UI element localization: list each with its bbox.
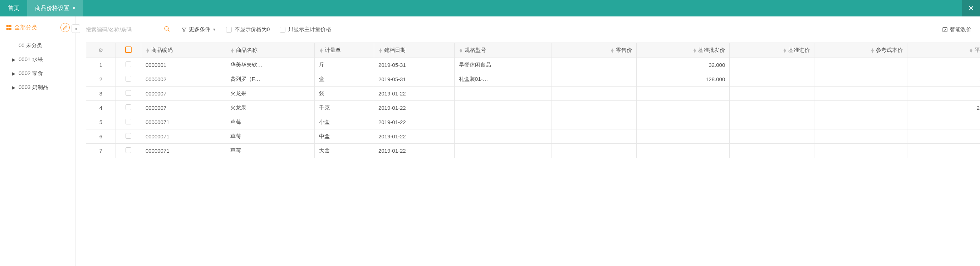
cell-refcost[interactable]	[815, 129, 907, 144]
cell-retail[interactable]	[552, 115, 636, 129]
tree-item-label: 0002 零食	[19, 70, 43, 77]
tree-item-uncategorized[interactable]: 00 未分类	[4, 38, 71, 53]
cell-wholesale[interactable]: 32.000	[636, 58, 729, 72]
app-root: 首页 商品价格设置 × ✕ 全部分类 « 00 未	[0, 0, 980, 266]
cell-avgcost[interactable]: 14.929	[907, 58, 980, 72]
cell-wholesale[interactable]	[636, 86, 729, 101]
table-row[interactable]: 20000002费列罗（F…盒2019-05-31礼盒装01-…128.0003…	[86, 72, 980, 86]
tab-price-settings[interactable]: 商品价格设置 ×	[27, 0, 83, 16]
tree-item-snack[interactable]: ▶ 0002 零食	[4, 67, 71, 80]
col-retail[interactable]: ▲▼零售价	[552, 43, 636, 58]
table-row[interactable]: 40000007火龙果千克2019-01-22200.000	[86, 101, 980, 115]
cell-purchase[interactable]	[730, 72, 815, 86]
edit-categories-button[interactable]	[60, 23, 70, 32]
cell-spec	[454, 129, 552, 144]
cell-avgcost[interactable]	[907, 86, 980, 101]
cell-purchase[interactable]	[730, 115, 815, 129]
checkbox-icon	[126, 76, 131, 81]
cell-refcost[interactable]	[815, 101, 907, 115]
caret-right-icon: ▶	[12, 85, 16, 90]
sidebar-all-categories[interactable]: 全部分类	[0, 23, 75, 38]
sidebar: 全部分类 « 00 未分类 ▶ 0001 水果 ▶ 000	[0, 16, 76, 266]
col-avgcost[interactable]: ▲▼平均成本	[907, 43, 980, 58]
col-wholesale[interactable]: ▲▼基准批发价	[636, 43, 729, 58]
cell-purchase[interactable]	[730, 144, 815, 158]
row-checkbox[interactable]	[116, 86, 141, 101]
col-date[interactable]: ▲▼建档日期	[374, 43, 454, 58]
only-main-checkbox[interactable]: 只显示主计量价格	[280, 26, 331, 33]
table-row[interactable]: 700000071草莓大盒2019-01-22	[86, 144, 980, 158]
col-settings[interactable]: ⚙	[86, 43, 116, 58]
cell-name: 火龙果	[226, 86, 315, 101]
row-checkbox[interactable]	[116, 115, 141, 129]
hide-zero-checkbox[interactable]: 不显示价格为0	[226, 26, 270, 33]
smart-price-button[interactable]: 智能改价	[939, 24, 975, 35]
cell-avgcost[interactable]	[907, 115, 980, 129]
tree-item-fruit[interactable]: ▶ 0001 水果	[4, 53, 71, 67]
cell-purchase[interactable]	[730, 101, 815, 115]
col-select-all[interactable]	[116, 43, 141, 58]
svg-rect-2	[943, 27, 947, 32]
cell-avgcost[interactable]	[907, 144, 980, 158]
checkbox-icon	[126, 104, 131, 110]
cell-retail[interactable]	[552, 86, 636, 101]
col-label: 基准批发价	[698, 47, 725, 53]
col-code[interactable]: ▲▼商品编码	[141, 43, 226, 58]
cell-retail[interactable]	[552, 101, 636, 115]
close-icon[interactable]: ×	[72, 5, 75, 11]
sort-icon: ▲▼	[230, 48, 235, 53]
sidebar-all-label: 全部分类	[14, 24, 37, 32]
cell-retail[interactable]	[552, 58, 636, 72]
cell-purchase[interactable]	[730, 86, 815, 101]
table-row[interactable]: 10000001华美华夫软…斤2019-05-31早餐休闲食品32.00014.…	[86, 58, 980, 72]
cell-avgcost[interactable]: 31.586	[907, 72, 980, 86]
table-head: ⚙ ▲▼商品编码 ▲▼商品名称 ▲▼计量单 ▲▼建档日期 ▲▼规格型号 ▲▼零售…	[86, 43, 980, 58]
col-name[interactable]: ▲▼商品名称	[226, 43, 315, 58]
cell-code: 00000071	[141, 144, 226, 158]
col-label: 基准进价	[788, 47, 810, 53]
search-icon[interactable]	[164, 26, 170, 34]
row-checkbox[interactable]	[116, 129, 141, 144]
cell-wholesale[interactable]	[636, 115, 729, 129]
cell-wholesale[interactable]	[636, 129, 729, 144]
cell-refcost[interactable]	[815, 72, 907, 86]
col-spec[interactable]: ▲▼规格型号	[454, 43, 552, 58]
tree-item-dairy[interactable]: ▶ 0003 奶制品	[4, 80, 71, 94]
table-row[interactable]: 600000071草莓中盒2019-01-22	[86, 129, 980, 144]
col-unit[interactable]: ▲▼计量单	[315, 43, 374, 58]
cell-retail[interactable]	[552, 144, 636, 158]
row-checkbox[interactable]	[116, 101, 141, 115]
cell-retail[interactable]	[552, 129, 636, 144]
cell-purchase[interactable]	[730, 58, 815, 72]
table-row[interactable]: 30000007火龙果袋2019-01-22	[86, 86, 980, 101]
cell-wholesale[interactable]	[636, 144, 729, 158]
cell-refcost[interactable]	[815, 115, 907, 129]
col-label: 计量单	[325, 47, 341, 53]
sort-icon: ▲▼	[146, 48, 150, 53]
row-checkbox[interactable]	[116, 144, 141, 158]
tab-home[interactable]: 首页	[0, 0, 27, 16]
cell-avgcost[interactable]: 200.000	[907, 101, 980, 115]
col-purchase[interactable]: ▲▼基准进价	[730, 43, 815, 58]
main: 更多条件 ▼ 不显示价格为0 只显示主计量价格 智能改价	[76, 16, 980, 266]
col-refcost[interactable]: ▲▼参考成本价	[815, 43, 907, 58]
table-row[interactable]: 500000071草莓小盒2019-01-22	[86, 115, 980, 129]
sort-icon: ▲▼	[379, 48, 383, 53]
search-input[interactable]	[86, 24, 172, 36]
cell-code: 0000001	[141, 58, 226, 72]
only-main-label: 只显示主计量价格	[288, 26, 331, 33]
more-conditions-button[interactable]: 更多条件 ▼	[182, 26, 216, 33]
cell-refcost[interactable]	[815, 58, 907, 72]
row-checkbox[interactable]	[116, 58, 141, 72]
global-close-button[interactable]: ✕	[962, 0, 980, 16]
cell-retail[interactable]	[552, 72, 636, 86]
sidebar-collapse-button[interactable]: «	[72, 24, 80, 33]
cell-code: 00000071	[141, 115, 226, 129]
cell-purchase[interactable]	[730, 129, 815, 144]
cell-wholesale[interactable]	[636, 101, 729, 115]
cell-avgcost[interactable]	[907, 129, 980, 144]
cell-refcost[interactable]	[815, 144, 907, 158]
cell-refcost[interactable]	[815, 86, 907, 101]
cell-wholesale[interactable]: 128.000	[636, 72, 729, 86]
row-checkbox[interactable]	[116, 72, 141, 86]
